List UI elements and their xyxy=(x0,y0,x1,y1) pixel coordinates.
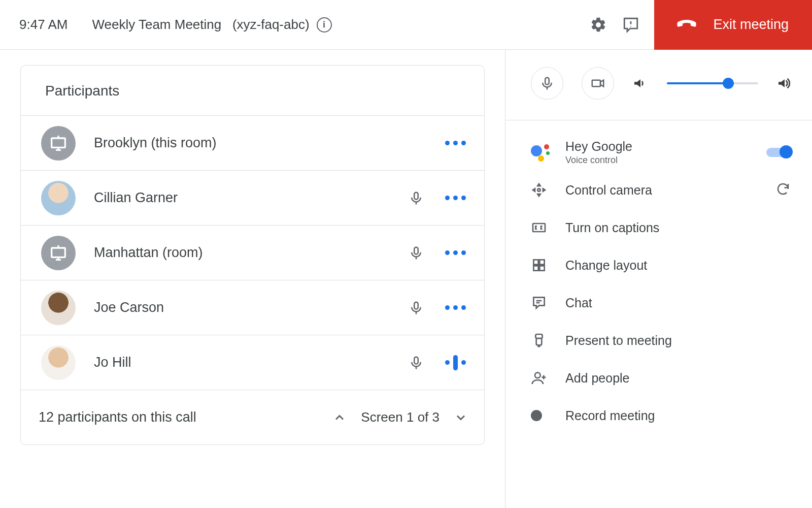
participant-more-button[interactable] xyxy=(445,250,466,255)
present-row[interactable]: Present to meeting xyxy=(531,322,791,359)
svg-rect-18 xyxy=(545,78,549,85)
assistant-toggle[interactable] xyxy=(766,148,791,157)
add-people-icon xyxy=(531,370,556,386)
participants-footer: 12 participants on this call Screen 1 of… xyxy=(21,390,484,444)
record-row[interactable]: Record meeting xyxy=(531,397,791,434)
participant-avatar xyxy=(41,291,76,325)
svg-rect-20 xyxy=(592,80,600,87)
svg-rect-26 xyxy=(533,266,538,270)
settings-list: Hey Google Voice control Control camera xyxy=(505,120,812,434)
next-screen-button[interactable] xyxy=(453,409,469,426)
prev-screen-button[interactable] xyxy=(331,409,348,426)
mute-mic-button[interactable] xyxy=(531,67,563,100)
settings-gear-icon[interactable] xyxy=(589,16,607,34)
meeting-name: Weekly Team Meeting xyxy=(92,17,221,32)
chat-icon xyxy=(531,295,556,311)
participants-card: Participants Brooklyn (this room) Cillia… xyxy=(20,65,485,445)
svg-rect-27 xyxy=(539,266,544,270)
present-icon xyxy=(531,332,556,348)
participant-more-button[interactable] xyxy=(445,141,466,145)
camera-button[interactable] xyxy=(582,67,614,100)
participant-row: Brooklyn (this room) xyxy=(21,115,484,170)
layout-label: Change layout xyxy=(565,258,791,273)
svg-point-33 xyxy=(535,372,540,378)
participant-more-button[interactable] xyxy=(445,196,466,200)
svg-rect-2 xyxy=(52,138,65,147)
svg-rect-23 xyxy=(533,224,545,232)
present-label: Present to meeting xyxy=(565,333,791,348)
volume-high-icon xyxy=(776,75,793,91)
control-camera-row[interactable]: Control camera xyxy=(531,171,791,209)
info-icon[interactable]: i xyxy=(317,17,332,33)
exit-label: Exit meeting xyxy=(713,17,789,33)
participant-name: Manhattan (room) xyxy=(94,245,409,261)
meeting-title: Weekly Team Meeting (xyz-faq-abc) xyxy=(92,17,309,33)
participant-name: Joe Carson xyxy=(94,300,409,315)
participant-count: 12 participants on this call xyxy=(39,409,331,425)
volume-low-icon xyxy=(632,75,649,91)
svg-rect-16 xyxy=(414,357,418,364)
participant-name: Brooklyn (this room) xyxy=(94,135,445,151)
speaking-indicator-icon xyxy=(445,355,466,370)
control-camera-icon xyxy=(531,182,556,198)
participant-name: Jo Hill xyxy=(94,355,409,370)
participant-avatar xyxy=(41,345,76,380)
assistant-toggle-row[interactable]: Hey Google Voice control xyxy=(531,134,791,171)
svg-rect-25 xyxy=(539,260,544,264)
clock: 9:47 AM xyxy=(19,17,67,33)
feedback-icon[interactable] xyxy=(622,16,640,34)
layout-icon xyxy=(531,257,556,273)
svg-rect-12 xyxy=(414,247,418,254)
svg-rect-14 xyxy=(414,302,418,309)
svg-marker-21 xyxy=(600,80,603,87)
record-label: Record meeting xyxy=(565,408,791,423)
captions-row[interactable]: Turn on captions xyxy=(531,209,791,246)
participant-row: Jo Hill xyxy=(21,335,484,390)
mic-icon[interactable] xyxy=(409,245,424,261)
participant-more-button[interactable] xyxy=(445,305,466,310)
svg-rect-6 xyxy=(414,192,418,199)
hangup-icon xyxy=(674,11,699,39)
room-avatar-icon xyxy=(41,126,76,161)
participant-row: Cillian Garner xyxy=(21,170,484,225)
participant-row: Joe Carson xyxy=(21,280,484,335)
svg-point-22 xyxy=(537,188,540,191)
participant-name: Cillian Garner xyxy=(94,190,409,206)
assistant-title: Hey Google xyxy=(565,139,766,154)
room-avatar-icon xyxy=(41,236,76,270)
svg-rect-24 xyxy=(533,260,538,264)
mic-icon[interactable] xyxy=(409,190,424,206)
control-camera-label: Control camera xyxy=(565,183,775,198)
assistant-icon xyxy=(531,141,556,164)
participant-avatar xyxy=(41,181,76,215)
add-people-row[interactable]: Add people xyxy=(531,359,791,397)
quick-controls xyxy=(505,50,812,120)
layout-row[interactable]: Change layout xyxy=(531,246,791,284)
side-panel: Hey Google Voice control Control camera xyxy=(505,50,812,508)
svg-rect-8 xyxy=(52,248,65,257)
chat-label: Chat xyxy=(565,296,791,310)
assistant-subtitle: Voice control xyxy=(565,155,766,166)
participant-row: Manhattan (room) xyxy=(21,225,484,280)
participants-heading: Participants xyxy=(21,66,484,115)
chat-row[interactable]: Chat xyxy=(531,284,791,322)
reset-camera-icon[interactable] xyxy=(775,181,791,199)
participants-section: Participants Brooklyn (this room) Cillia… xyxy=(0,50,505,508)
exit-meeting-button[interactable]: Exit meeting xyxy=(654,0,812,50)
svg-point-1 xyxy=(631,25,632,26)
add-people-label: Add people xyxy=(565,371,791,386)
volume-slider[interactable] xyxy=(667,73,758,93)
top-bar: 9:47 AM Weekly Team Meeting (xyz-faq-abc… xyxy=(0,0,812,50)
meeting-code: (xyz-faq-abc) xyxy=(232,17,310,32)
svg-rect-31 xyxy=(536,338,542,345)
captions-label: Turn on captions xyxy=(565,220,791,235)
record-icon xyxy=(531,410,556,421)
mic-icon[interactable] xyxy=(409,355,424,370)
captions-icon xyxy=(531,219,556,236)
mic-icon[interactable] xyxy=(409,300,424,315)
screen-label: Screen 1 of 3 xyxy=(361,409,439,425)
